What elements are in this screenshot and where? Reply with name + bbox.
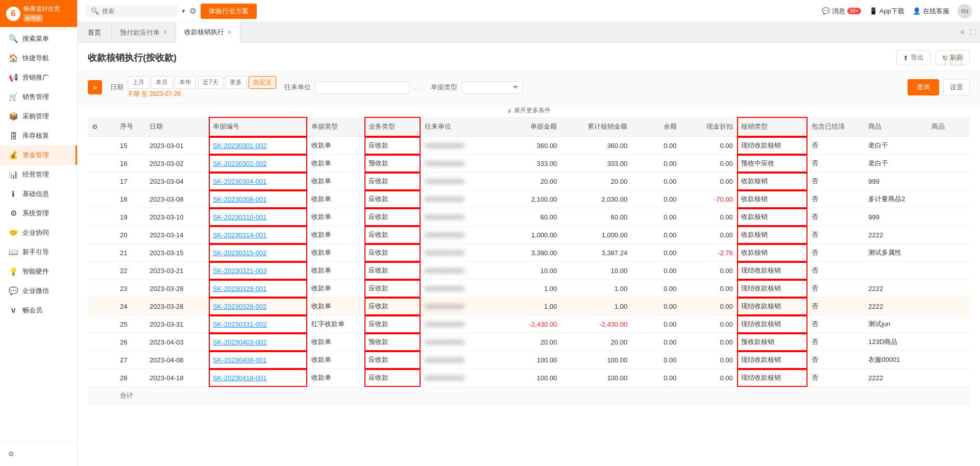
messages-button[interactable]: 💬 消息 99+	[822, 7, 861, 16]
sidebar-item-system[interactable]: ⚙ 系统管理	[0, 204, 77, 223]
table-row[interactable]: 22 2023-03-21 SK-20230321-003 收款单 应收款 XX…	[88, 262, 970, 280]
sidebar-item-purchase[interactable]: 📦 采购管理	[0, 107, 77, 126]
partner-input[interactable]	[315, 81, 410, 94]
total-settings	[88, 387, 116, 405]
sidebar-item-shortcut[interactable]: 🏠 快捷导航	[0, 48, 77, 68]
cell-biz-type: 应收款	[364, 351, 421, 369]
cell-biz-type: 应收款	[364, 226, 421, 244]
sidebar-item-marketing[interactable]: 📢 营销推广	[0, 68, 77, 87]
doc-no-link[interactable]: SK-20230308-001	[213, 195, 267, 203]
this-year-btn[interactable]: 本年	[175, 76, 196, 89]
doc-no-link[interactable]: SK-20230321-003	[213, 267, 267, 275]
table-row[interactable]: 18 2023-03-08 SK-20230308-001 收款单 应收款 XX…	[88, 190, 970, 208]
doc-no-link[interactable]: SK-20230315-002	[213, 249, 267, 257]
doctype-select[interactable]	[461, 81, 523, 94]
sidebar-item-inventory[interactable]: 🗄 库存核算	[0, 126, 77, 145]
refresh-button[interactable]: ↻ 刷新	[936, 50, 970, 65]
sidebar-item-basic[interactable]: ℹ 基础信息	[0, 184, 77, 204]
sidebar-item-operation[interactable]: 📊 经营管理	[0, 165, 77, 184]
doc-no-link[interactable]: SK-20230301-002	[213, 142, 267, 150]
expand-more-button[interactable]: ∨ 展开更多条件	[507, 106, 551, 115]
doc-no-link[interactable]: SK-20230408-001	[213, 356, 267, 364]
wechat-icon: 💬	[8, 286, 18, 296]
sidebar-item-finance[interactable]: 💰 资金管理	[0, 145, 77, 165]
sidebar-item-sales[interactable]: 🛒 销售管理	[0, 87, 77, 107]
tab-expand-icon[interactable]: ⛶	[969, 29, 976, 36]
last-7days-btn[interactable]: 近7天	[198, 76, 223, 89]
date-label: 日期	[110, 83, 124, 92]
user-avatar[interactable]: Rit	[958, 4, 972, 18]
table-row[interactable]: 26 2023-04-03 SK-20230403-002 收款单 预收款 XX…	[88, 333, 970, 351]
sidebar-settings-btn[interactable]: ⚙	[0, 446, 77, 462]
partner-value: XXXXXXXXX	[425, 160, 464, 167]
cell-cancel-type: 预收中应收	[737, 155, 807, 173]
sidebar-item-corp[interactable]: 🤝 企业协同	[0, 223, 77, 242]
doc-no-link[interactable]: SK-20230310-001	[213, 213, 267, 221]
table-row[interactable]: 17 2023-03-04 SK-20230304-001 收款单 应收款 XX…	[88, 173, 970, 190]
cell-discount: 0.00	[681, 262, 737, 280]
cell-amount: 60.00	[498, 208, 561, 226]
tab-home[interactable]: 首页	[78, 22, 112, 42]
industry-solution-button[interactable]: 体验行业方案	[201, 4, 257, 19]
custom-date-btn[interactable]: 自定义	[249, 76, 276, 89]
filter-expand-button[interactable]: »	[88, 80, 102, 94]
sidebar-item-hardware[interactable]: 💡 智能硬件	[0, 262, 77, 281]
cell-no: 28	[116, 369, 145, 387]
tab-close-all-icon[interactable]: ✕	[960, 29, 965, 36]
table-row[interactable]: 20 2023-03-14 SK-20230314-001 收款单 应收款 XX…	[88, 226, 970, 244]
app-download-button[interactable]: 📱 App下载	[869, 7, 904, 16]
cell-partner: XXXXXXXXX	[421, 173, 498, 190]
doc-no-link[interactable]: SK-20230331-002	[213, 321, 267, 328]
topbar-dropdown[interactable]: ▾	[182, 7, 185, 15]
doc-no-link[interactable]: SK-20230314-001	[213, 231, 267, 239]
sidebar-item-search[interactable]: 🔍 搜索菜单	[0, 29, 77, 48]
sidebar-item-member[interactable]: V 畅会员	[0, 301, 77, 320]
doc-no-link[interactable]: SK-20230304-001	[213, 178, 267, 185]
table-row[interactable]: 16 2023-03-02 SK-20230302-002 收款单 预收款 XX…	[88, 155, 970, 173]
more-date-btn[interactable]: 更多	[225, 76, 247, 89]
tab-collection[interactable]: 收款核销执行 ✕	[176, 22, 240, 43]
cell-discount: 0.00	[681, 208, 737, 226]
sidebar-item-wechat[interactable]: 💬 企业微信	[0, 281, 77, 301]
sidebar-item-guide[interactable]: 📖 新手引导	[0, 242, 77, 262]
this-month-btn[interactable]: 本月	[151, 76, 173, 89]
tab-prepay[interactable]: 预付款应付单 ✕	[112, 22, 176, 42]
member-icon: V	[8, 307, 18, 314]
cell-product: 999	[864, 208, 927, 226]
purchase-icon: 📦	[8, 112, 18, 121]
table-row[interactable]: 25 2023-03-31 SK-20230331-002 红字收款单 应收款 …	[88, 315, 970, 333]
topbar-search-input[interactable]	[102, 8, 163, 15]
table-row[interactable]: 19 2023-03-10 SK-20230310-001 收款单 应收款 XX…	[88, 208, 970, 226]
table-row[interactable]: 24 2023-03-28 SK-20230328-002 收款单 应收款 XX…	[88, 298, 970, 315]
th-settings[interactable]: ⚙	[88, 117, 116, 137]
tab-collection-close[interactable]: ✕	[227, 29, 232, 36]
doc-no-link[interactable]: SK-20230328-001	[213, 285, 267, 292]
online-service-button[interactable]: 👤 在线客服	[913, 7, 949, 16]
topbar-gear-icon[interactable]: ⚙	[189, 6, 197, 16]
table-row[interactable]: 15 2023-03-01 SK-20230301-002 收款单 应收款 XX…	[88, 137, 970, 155]
partner-value: XXXXXXXXX	[425, 231, 464, 239]
cell-balance: 0.00	[631, 244, 680, 262]
cell-partner: XXXXXXXXX	[421, 190, 498, 208]
doc-no-link[interactable]: SK-20230302-002	[213, 160, 267, 167]
doc-no-link[interactable]: SK-20230328-002	[213, 303, 267, 310]
cell-product: 测试jun	[864, 315, 927, 333]
tab-prepay-close[interactable]: ✕	[163, 29, 167, 36]
table-row[interactable]: 23 2023-03-28 SK-20230328-001 收款单 应收款 XX…	[88, 280, 970, 298]
table-row[interactable]: 27 2023-04-08 SK-20230408-001 收款单 应收款 XX…	[88, 351, 970, 369]
table-container: ⚙ 序号 日期 单据编号 单据类型 业务类型 往来单位 单据金额 累计核销金额 …	[78, 117, 980, 466]
setting-button[interactable]: 设置	[943, 79, 970, 95]
doc-no-link[interactable]: SK-20230418-001	[213, 374, 267, 382]
cell-include: 否	[807, 333, 865, 351]
cell-date: 2023-03-10	[145, 208, 209, 226]
topbar-search-box[interactable]: 🔍	[86, 5, 178, 17]
app-name: 畅康道好生意	[23, 5, 60, 13]
table-row[interactable]: 21 2023-03-15 SK-20230315-002 收款单 应收款 XX…	[88, 244, 970, 262]
table-row[interactable]: 28 2023-04-18 SK-20230418-001 收款单 应收款 XX…	[88, 369, 970, 387]
cell-balance: 0.00	[631, 226, 680, 244]
cell-doc-type: 收款单	[307, 333, 364, 351]
doc-no-link[interactable]: SK-20230403-002	[213, 338, 267, 346]
export-button[interactable]: ⬆ 导出	[896, 50, 930, 65]
last-month-btn[interactable]: 上月	[128, 76, 149, 89]
query-button[interactable]: 查询	[908, 79, 939, 95]
